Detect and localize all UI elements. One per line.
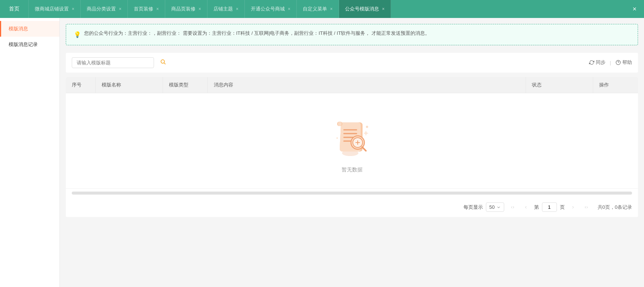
nav-tab-openstore-label: 开通公众号商城 [251, 6, 285, 12]
page-size-value: 50 [489, 204, 494, 210]
empty-illustration [330, 116, 375, 161]
close-icon[interactable]: × [382, 6, 385, 12]
chevron-right-icon [571, 205, 575, 210]
nav-tab-weishop[interactable]: 微商城店铺设置 × [29, 0, 81, 18]
nav-tab-custommenu[interactable]: 自定义菜单 × [297, 0, 339, 18]
nav-tab-openstore[interactable]: 开通公众号商城 × [245, 0, 297, 18]
col-status: 状态 [526, 77, 593, 93]
sidebar-item-template-record[interactable]: 模版消息记录 [0, 37, 59, 52]
col-name: 模版名称 [96, 77, 163, 93]
col-content: 消息内容 [208, 77, 526, 93]
global-close-icon: × [632, 5, 637, 13]
svg-point-0 [161, 60, 164, 63]
table-header: 序号 模版名称 模版类型 消息内容 状态 操作 [66, 77, 638, 93]
last-page-button[interactable] [581, 202, 592, 213]
search-input[interactable] [72, 57, 154, 68]
next-page-button[interactable] [568, 202, 578, 213]
sidebar: 模版消息 模版消息记录 [0, 18, 60, 287]
sync-label: 同步 [596, 59, 606, 66]
nav-tab-productpage-label: 商品页装修 [171, 6, 195, 12]
col-type: 模版类型 [163, 77, 208, 93]
close-icon[interactable]: × [156, 6, 159, 12]
last-page-icon [584, 205, 589, 210]
notice-text: 您的公众号行业为：主营行业：，副营行业： 需要设置为：主营行业：IT科技 / 互… [84, 30, 430, 37]
col-action: 操作 [593, 77, 638, 93]
search-bar: 同步 | 帮助 [66, 53, 638, 73]
svg-line-11 [362, 147, 366, 151]
divider: | [610, 60, 611, 65]
page-end-word: 页 [560, 204, 565, 211]
close-icon[interactable]: × [198, 6, 201, 12]
refresh-icon [589, 60, 594, 65]
notice-box: 💡 您的公众号行业为：主营行业：，副营行业： 需要设置为：主营行业：IT科技 /… [66, 24, 638, 45]
nav-tab-templatemsg[interactable]: 公众号模版消息 × [339, 0, 391, 18]
notice-highlight: 需要设置为：主营行业：IT科技 / 互联网|电子商务，副营行业：IT科技 / I… [183, 30, 370, 36]
sidebar-item-template-msg-label: 模版消息 [9, 26, 28, 31]
nav-tab-weishop-label: 微商城店铺设置 [35, 6, 69, 12]
nav-tab-templatemsg-label: 公众号模版消息 [345, 6, 379, 12]
help-button[interactable]: 帮助 [616, 59, 632, 66]
first-page-button[interactable] [507, 202, 518, 213]
search-right: 同步 | 帮助 [589, 59, 632, 66]
close-icon[interactable]: × [119, 6, 121, 12]
close-icon[interactable]: × [288, 6, 290, 12]
nav-tab-theme[interactable]: 店铺主题 × [207, 0, 245, 18]
main-content: 💡 您的公众号行业为：主营行业：，副营行业： 需要设置为：主营行业：IT科技 /… [60, 18, 644, 287]
svg-point-14 [366, 126, 368, 128]
empty-text: 暂无数据 [342, 167, 363, 173]
pagination: 每页显示 50 第 [66, 198, 638, 217]
chevron-down-icon [496, 205, 501, 210]
empty-state: 暂无数据 [66, 93, 638, 188]
layout: 模版消息 模版消息记录 💡 您的公众号行业为：主营行业：，副营行业： 需要设置为… [0, 18, 644, 287]
page-word: 第 [534, 204, 539, 211]
table-container: 序号 模版名称 模版类型 消息内容 状态 操作 [66, 77, 638, 217]
page-size-select[interactable]: 50 [486, 202, 504, 212]
nav-tab-theme-label: 店铺主题 [213, 6, 233, 12]
page-size-label: 每页显示 [463, 204, 483, 211]
svg-point-15 [336, 137, 338, 139]
notice-prefix: 您的公众号行业为：主营行业：，副营行业： [84, 30, 181, 36]
chevron-left-icon [524, 205, 528, 210]
nav-tab-category[interactable]: 商品分类设置 × [81, 0, 128, 18]
top-nav: 首页 微商城店铺设置 × 商品分类设置 × 首页装修 × 商品页装修 × 店铺主… [0, 0, 644, 18]
horizontal-scrollbar[interactable] [72, 192, 632, 195]
close-icon[interactable]: × [330, 6, 333, 12]
search-icon [160, 59, 166, 65]
svg-line-1 [164, 63, 166, 64]
help-icon [616, 60, 621, 65]
close-icon[interactable]: × [236, 6, 238, 12]
close-icon[interactable]: × [72, 6, 74, 12]
nav-tab-homepage-label: 首页装修 [134, 6, 153, 12]
notice-icon: 💡 [74, 30, 81, 40]
nav-tab-homepage[interactable]: 首页装修 × [128, 0, 165, 18]
col-seq: 序号 [66, 77, 96, 93]
global-close-button[interactable]: × [625, 0, 644, 18]
first-page-icon [510, 205, 515, 210]
home-label: 首页 [9, 6, 19, 12]
search-button[interactable] [157, 57, 169, 68]
sidebar-item-template-msg[interactable]: 模版消息 [0, 21, 59, 37]
prev-page-button[interactable] [521, 202, 531, 213]
nav-tab-productpage[interactable]: 商品页装修 × [165, 0, 207, 18]
sync-button[interactable]: 同步 [589, 59, 606, 66]
sidebar-item-template-record-label: 模版消息记录 [9, 42, 38, 47]
help-label: 帮助 [622, 59, 632, 66]
notice-suffix: 才能正常发送预置的消息。 [372, 30, 430, 36]
nav-tab-custommenu-label: 自定义菜单 [303, 6, 327, 12]
nav-tab-category-label: 商品分类设置 [87, 6, 116, 12]
search-left [72, 57, 169, 68]
nav-tab-home[interactable]: 首页 [0, 0, 29, 18]
total-info: 共0页，0条记录 [598, 204, 632, 211]
current-page-input[interactable] [542, 202, 557, 212]
scrollbar-area[interactable] [66, 188, 638, 198]
